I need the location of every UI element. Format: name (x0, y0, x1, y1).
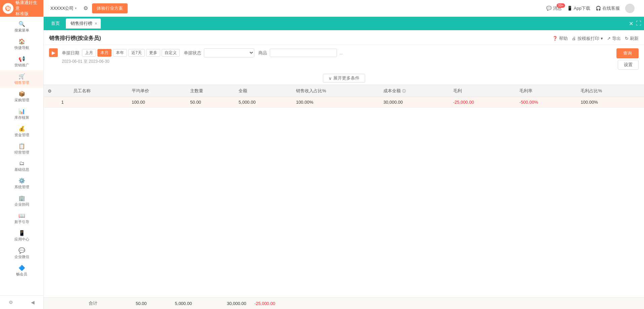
row-settings[interactable] (44, 97, 56, 108)
date-label: 单据日期 (62, 50, 79, 56)
sidebar-item-marketing[interactable]: 📢营销推广 (0, 53, 43, 70)
search-icon: 🔍 (18, 21, 25, 27)
table-header-row: ⚙ 员工名称 平均单价 主数量 全额 销售收入占比% 成本全额 ⓘ 毛利 毛利率… (44, 85, 644, 97)
content-area: 销售排行榜(按业务员) ❓ 帮助 🖨 按模板打印 ▾ ↗ 导出 ↻ 刷新 (44, 30, 644, 309)
row-cost: 30,000.00 (379, 97, 449, 108)
table-row: 1 100.00 50.00 5,000.00 100.00% 30,000.0… (44, 97, 644, 108)
tab-home[interactable]: 首页 (46, 18, 65, 29)
sidebar-item-search[interactable]: 🔍搜索菜单 (0, 18, 43, 36)
row-rank: 1 (56, 97, 69, 108)
sidebar: 畅 畅康通好生意 标准版 🔍搜索菜单🏠快捷导航📢营销推广🛒销售管理📦采购管理📊库… (0, 0, 44, 309)
current-month-btn[interactable]: 本月 (97, 49, 112, 57)
sidebar-item-inventory[interactable]: 📊库存核算 (0, 105, 43, 123)
sales-icon: 🛒 (18, 73, 25, 80)
avatar[interactable] (625, 4, 635, 13)
prev-month-btn[interactable]: 上月 (82, 49, 96, 57)
query-button[interactable]: 查询 (616, 48, 639, 58)
sidebar-item-system[interactable]: ⚙️系统管理 (0, 175, 43, 192)
vip-icon: 🔷 (18, 265, 25, 271)
col-name: 员工名称 (69, 85, 128, 97)
custom-date-btn[interactable]: 自定义 (162, 49, 180, 57)
row-amount: 5,000.00 (234, 97, 292, 108)
goods-filter-group: 商品 ... (258, 49, 343, 57)
topbar-right: 💬 消息 99+ 📱 App下载 🎧 在线客服 (546, 4, 640, 13)
sidebar-item-sales[interactable]: 🛒销售管理 (0, 70, 43, 88)
date-range-display: 2023-06-01 至 2023-06-30 (62, 59, 612, 64)
right-action-buttons: 查询 设置 (616, 48, 639, 70)
goods-input[interactable] (270, 49, 337, 57)
message-button[interactable]: 💬 消息 99+ (546, 5, 562, 11)
row-avg-price: 100.00 (128, 97, 186, 108)
row-sales-pct: 100.00% (292, 97, 379, 108)
window-maximize-icon[interactable]: ⛶ (636, 20, 641, 27)
chevron-down-icon: ▾ (75, 6, 77, 10)
help-button[interactable]: ❓ 帮助 (552, 36, 568, 42)
print-button[interactable]: 🖨 按模板打印 ▾ (572, 36, 603, 42)
refresh-icon: ↻ (625, 36, 629, 41)
export-button[interactable]: ↗ 导出 (607, 36, 621, 42)
sidebar-item-basic[interactable]: 🗂基础信息 (0, 158, 43, 175)
page-title: 销售排行榜(按业务员) (49, 35, 101, 42)
col-sales-pct: 销售收入占比% (292, 85, 379, 97)
app-download-button[interactable]: 📱 App下载 (567, 5, 590, 11)
tab-sales-ranking[interactable]: 销售排行榜 ✕ (66, 18, 101, 29)
col-settings[interactable]: ⚙ (44, 85, 56, 97)
more-date-btn[interactable]: 更多 (146, 49, 160, 57)
col-cost: 成本全额 ⓘ (379, 85, 449, 97)
tabbar-controls: ✕ ⛶ (629, 20, 641, 27)
svg-text:畅: 畅 (6, 6, 10, 11)
company-settings-icon[interactable]: ⚙ (83, 5, 88, 11)
col-avg-price: 平均单价 (128, 85, 186, 97)
filter-collapse-btn[interactable]: ▶ (49, 48, 58, 57)
guide-icon: 📖 (18, 212, 25, 219)
company-selector[interactable]: XXXXX公司 ▾ (48, 4, 79, 13)
row-gross: -25,000.00 (449, 97, 515, 108)
sidebar-item-appstore[interactable]: 📱应用中心 (0, 227, 43, 245)
refresh-button[interactable]: ↻ 刷新 (625, 36, 639, 42)
footer-amount: 5,000.00 (171, 301, 196, 306)
help-icon: ❓ (552, 36, 558, 41)
sales-table: ⚙ 员工名称 平均单价 主数量 全额 销售收入占比% 成本全额 ⓘ 毛利 毛利率… (44, 85, 644, 108)
wechat-icon: 💬 (18, 247, 25, 254)
sidebar-item-purchase[interactable]: 📦采购管理 (0, 88, 43, 105)
col-main-qty: 主数量 (186, 85, 234, 97)
company-name: XXXXX公司 (50, 5, 74, 11)
status-select-wrapper (204, 48, 254, 57)
expand-more-row: ∨ 展开更多条件 (44, 72, 644, 85)
footer-label: 合计 (71, 300, 132, 306)
enterprise-icon: 🏢 (18, 195, 25, 201)
current-year-btn[interactable]: 本年 (113, 49, 127, 57)
main-area: XXXXX公司 ▾ ⚙ 体验行业方案 💬 消息 99+ 📱 App下载 🎧 在线… (44, 0, 644, 309)
date-buttons: 上月 本月 本年 近7天 更多 自定义 (82, 49, 180, 57)
export-icon: ↗ (607, 36, 611, 41)
status-select[interactable] (204, 48, 254, 57)
table-footer: 合计 50.00 5,000.00 30,000.00 -25,000.00 (44, 297, 644, 309)
recent7-btn[interactable]: 近7天 (128, 49, 145, 57)
tab-close-icon[interactable]: ✕ (94, 21, 97, 26)
filter-section: ▶ 单据日期 上月 本月 本年 近7天 更多 自定义 (44, 45, 644, 85)
sidebar-item-finance[interactable]: 💰资金管理 (0, 123, 43, 140)
row-gross-rate: -500.00% (515, 97, 576, 108)
sidebar-settings-icon[interactable]: ⚙ (7, 298, 14, 306)
sidebar-item-enterprise[interactable]: 🏢企业协同 (0, 192, 43, 210)
sidebar-nav: 🔍搜索菜单🏠快捷导航📢营销推广🛒销售管理📦采购管理📊库存核算💰资金管理📋经营管理… (0, 17, 43, 295)
online-service-button[interactable]: 🎧 在线客服 (596, 5, 620, 11)
logo-icon: 畅 (3, 3, 13, 14)
sidebar-item-vip[interactable]: 🔷畅会员 (0, 262, 43, 279)
basic-icon: 🗂 (19, 160, 25, 166)
quick-icon: 🏠 (18, 38, 25, 45)
expand-more-btn[interactable]: ∨ 展开更多条件 (323, 74, 365, 83)
service-icon: 🎧 (596, 6, 601, 11)
inventory-icon: 📊 (18, 108, 25, 114)
table-body: 1 100.00 50.00 5,000.00 100.00% 30,000.0… (44, 97, 644, 108)
sidebar-item-quick[interactable]: 🏠快捷导航 (0, 36, 43, 53)
sidebar-bottom: ⚙ ◀ (0, 295, 43, 309)
sidebar-collapse-icon[interactable]: ◀ (30, 298, 36, 306)
sidebar-item-operation[interactable]: 📋经营管理 (0, 140, 43, 158)
settings-button[interactable]: 设置 (618, 60, 639, 70)
window-close-icon[interactable]: ✕ (629, 20, 633, 27)
sidebar-item-guide[interactable]: 📖新手引导 (0, 210, 43, 227)
sidebar-item-wechat[interactable]: 💬企业微信 (0, 245, 43, 262)
more-options-btn[interactable]: ... (340, 51, 343, 55)
trial-button[interactable]: 体验行业方案 (92, 3, 128, 13)
